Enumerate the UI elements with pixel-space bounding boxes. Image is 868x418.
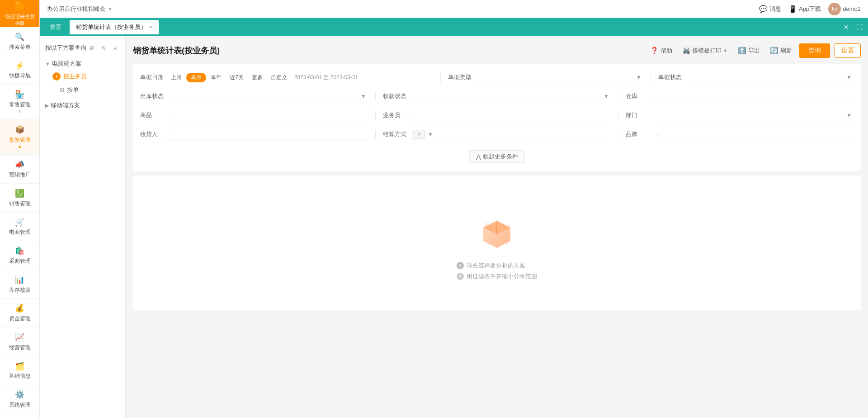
basic-icon: 🗂️ <box>15 361 24 372</box>
receipt-status-field: 收款状态 ▼ <box>383 90 611 103</box>
pc-section-arrow: ▼ <box>45 61 50 66</box>
doc-status-select[interactable]: ▼ <box>685 71 854 84</box>
print-label: 按模板打印 <box>692 47 722 55</box>
app-download-btn[interactable]: 📱 App下载 <box>788 5 821 13</box>
sidebar-label-retail: 零售管理 <box>9 101 31 109</box>
doc-type-select[interactable]: ▼ <box>475 71 643 84</box>
svg-text:↑: ↑ <box>495 225 499 234</box>
add-icon: ⊕ <box>89 44 94 52</box>
pc-section: ▼ 电脑端方案 ● 按业务员 ⊞ 按单 <box>40 58 125 97</box>
sidebar-item-wholesale[interactable]: 📦 批发管理 ▲ <box>0 120 39 155</box>
goods-select[interactable]: … <box>166 109 368 122</box>
marketing-icon: 📣 <box>15 159 24 170</box>
brand-select[interactable]: … <box>652 128 854 141</box>
query-button[interactable]: 查询 <box>799 43 830 58</box>
goods-dots: … <box>168 112 174 119</box>
date-field: 单据日期 上月 本月 本年 近7天 更多 自定义 2023-03-01 至 20… <box>140 73 433 82</box>
date-tab-this-month[interactable]: 本月 <box>186 73 206 82</box>
settings-button[interactable]: 设置 <box>835 43 861 58</box>
consignee-select[interactable]: … <box>166 128 368 141</box>
scheme-by-order[interactable]: ⊞ 按单 <box>40 83 125 97</box>
sidebar-item-collab[interactable]: 🤝 企业协同 <box>0 414 39 418</box>
refresh-icon: 🔄 <box>770 47 778 55</box>
sidebar-item-finance[interactable]: 💰 资金管理 <box>0 299 39 328</box>
sidebar-item-quick-nav[interactable]: ⚡ 快捷导航 <box>0 56 39 85</box>
message-btn[interactable]: 💬 消息 <box>759 5 781 13</box>
sidebar-label-quick-nav: 快捷导航 <box>9 72 31 80</box>
app-download-label: App下载 <box>799 5 821 13</box>
sidebar-item-marketing[interactable]: 📣 营销推广 <box>0 155 39 184</box>
doc-status-arrow: ▼ <box>846 74 852 81</box>
export-btn[interactable]: ⬆️ 导出 <box>735 45 763 57</box>
tab-close-window-btn[interactable]: ✕ <box>842 22 851 33</box>
mobile-section-header[interactable]: ▶ 移动端方案 <box>40 100 125 111</box>
sidebar-label-finance: 资金管理 <box>9 315 31 323</box>
warehouse-select[interactable]: … <box>652 90 854 103</box>
company-selector[interactable]: 办公用品行业模拟账套 ▼ <box>47 5 113 13</box>
purchase-icon: 🛍️ <box>15 246 24 256</box>
sidebar-item-sales[interactable]: 💹 销售管理 <box>0 184 39 213</box>
ecom-icon: 🛒 <box>15 217 24 228</box>
help-btn[interactable]: ❓ 帮助 <box>647 45 675 57</box>
wholesale-icon: 📦 <box>15 124 24 135</box>
consignee-dots: … <box>168 131 174 138</box>
warehouse-field: 仓库 … <box>626 90 854 103</box>
sidebar: 🟠 畅捷通好生意 标版 🔍 搜索菜单 ⚡ 快捷导航 🏪 零售管理 ▼ 📦 批发管… <box>0 0 40 418</box>
print-btn[interactable]: 🖨️ 按模板打印 ▼ <box>679 45 731 57</box>
settlement-arrow: ▼ <box>428 131 433 138</box>
scheme-by-salesperson[interactable]: ● 按业务员 <box>40 70 125 83</box>
date-tab-more[interactable]: 更多 <box>248 73 266 82</box>
page-actions: ❓ 帮助 🖨️ 按模板打印 ▼ ⬆️ 导出 � <box>647 43 861 58</box>
left-panel-title-text: 按以下方案查询 <box>45 44 86 52</box>
goods-label: 商品 <box>140 111 163 119</box>
svg-point-5 <box>506 243 508 245</box>
tab-close-icon[interactable]: × <box>149 24 152 30</box>
edit-scheme-btn[interactable]: ✎ <box>99 43 108 52</box>
sidebar-item-inventory[interactable]: 📊 库存核算 <box>0 270 39 299</box>
sidebar-item-retail[interactable]: 🏪 零售管理 ▼ <box>0 85 39 120</box>
date-tab-7days[interactable]: 近7天 <box>226 73 247 82</box>
sidebar-item-purchase[interactable]: 🛍️ 采购管理 <box>0 241 39 270</box>
salesperson-select[interactable]: … <box>409 109 611 122</box>
out-status-select[interactable]: ▼ <box>167 90 368 103</box>
tab-home[interactable]: 首页 <box>43 20 68 34</box>
finance-icon: 💰 <box>15 303 24 314</box>
dept-select[interactable]: ▼ <box>652 109 854 122</box>
avatar: Ea <box>828 3 841 15</box>
refresh-btn[interactable]: 🔄 刷新 <box>767 45 795 57</box>
empty-illustration: ↑ <box>476 212 517 252</box>
date-tab-last-month[interactable]: 上月 <box>167 73 185 82</box>
collapse-conditions-btn[interactable]: ⋀ 收起更多条件 <box>469 150 525 163</box>
active-scheme-dot: ● <box>52 72 61 81</box>
left-panel-actions: ⊕ ✎ « <box>87 43 120 52</box>
sidebar-item-ecom[interactable]: 🛒 电商管理 <box>0 213 39 242</box>
settlement-tag: × <box>412 130 425 139</box>
page-title: 销货单统计表(按业务员) <box>133 45 220 56</box>
settlement-tag-clear[interactable]: × <box>418 131 421 138</box>
wholesale-arrow-icon: ▲ <box>18 143 22 150</box>
system-icon: ⚙️ <box>15 390 24 400</box>
receipt-status-select[interactable]: ▼ <box>410 90 611 103</box>
pc-section-header[interactable]: ▼ 电脑端方案 <box>40 58 125 70</box>
sales-icon: 💹 <box>15 188 24 199</box>
inventory-icon: 📊 <box>15 275 24 285</box>
date-tab-this-year[interactable]: 本年 <box>207 73 225 82</box>
tab-active[interactable]: 销货单统计表（按业务员） × <box>70 20 159 34</box>
sidebar-item-search[interactable]: 🔍 搜索菜单 <box>0 27 39 56</box>
settlement-select[interactable]: × ▼ <box>410 128 611 141</box>
user-profile[interactable]: Ea demo2 <box>828 3 861 15</box>
sidebar-label-marketing: 营销推广 <box>9 171 31 179</box>
left-panel-title: 按以下方案查询 ⊕ ✎ « <box>40 41 125 55</box>
date-tab-custom[interactable]: 自定义 <box>267 73 291 82</box>
salesperson-dots: … <box>411 112 417 119</box>
content-area: 按以下方案查询 ⊕ ✎ « ▼ 电脑端方案 <box>40 36 868 418</box>
sidebar-logo[interactable]: 🟠 畅捷通好生意 标版 <box>0 0 40 27</box>
collapse-panel-btn[interactable]: « <box>111 43 120 52</box>
sidebar-item-basic[interactable]: 🗂️ 基础信息 <box>0 356 39 385</box>
mobile-section: ▶ 移动端方案 <box>40 100 125 111</box>
add-scheme-btn[interactable]: ⊕ <box>87 43 96 52</box>
right-content-wrapper: 销货单统计表(按业务员) ❓ 帮助 🖨️ 按模板打印 ▼ ⬆️ <box>133 43 861 310</box>
sidebar-item-biz[interactable]: 📈 经营管理 <box>0 328 39 356</box>
tab-expand-btn[interactable]: ⛶ <box>854 22 864 33</box>
sidebar-item-system[interactable]: ⚙️ 系统管理 <box>0 385 39 414</box>
